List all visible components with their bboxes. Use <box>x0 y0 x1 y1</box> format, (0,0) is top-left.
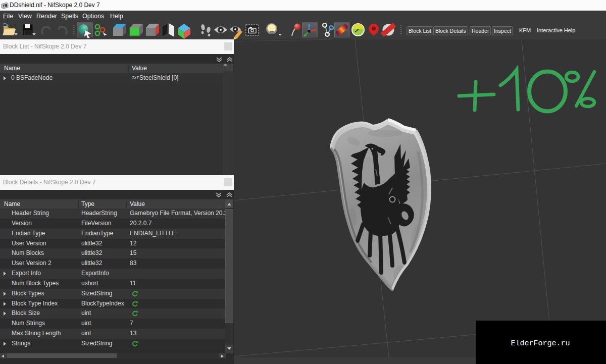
svg-text:TxT: TxT <box>132 75 139 80</box>
svg-text:ElderForge.ru: ElderForge.ru <box>511 339 570 348</box>
